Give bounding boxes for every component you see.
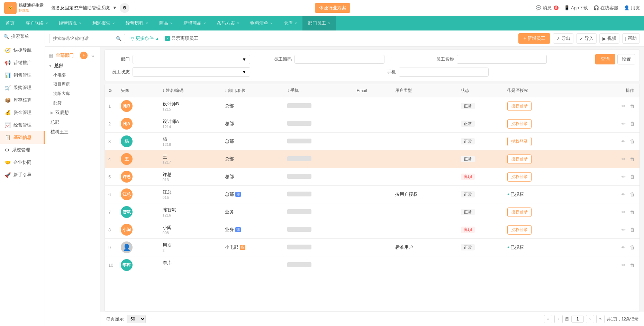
employee-auth[interactable]: 授权登录 [504,115,573,133]
delete-button[interactable]: 🗑 [628,209,636,215]
search-box[interactable]: 🔍 [49,34,125,43]
dept-item-shenyang[interactable]: 沈阳大库 [45,89,100,98]
delete-button[interactable]: 🗑 [628,120,636,127]
next-page-button[interactable]: › [586,315,594,323]
show-resigned-toggle[interactable]: ✓ 显示离职员工 [165,35,198,42]
tab-warehouse[interactable]: 仓库× [278,16,302,30]
search-input[interactable] [53,36,114,41]
import-button[interactable]: ↙ 导入 [576,33,597,44]
edit-button[interactable]: ✏ [620,191,627,198]
dept-filter-select[interactable]: ▼ [133,55,250,64]
auth-login-button[interactable]: 授权登录 [507,155,532,164]
edit-button[interactable]: ✏ [620,244,627,251]
dept-item-shuanglu[interactable]: ▶ 双鹿想 [45,108,100,117]
gear-icon[interactable]: ⚙ [120,3,129,13]
auth-login-button[interactable]: 授权登录 [507,172,532,182]
tab-bom[interactable]: 物料清单× [245,16,278,30]
close-icon[interactable]: × [46,21,48,25]
tab-customer[interactable]: 客户联络× [20,16,53,30]
close-icon[interactable]: × [170,21,172,25]
close-icon[interactable]: × [203,21,206,25]
close-icon[interactable]: × [295,21,297,25]
employee-auth[interactable]: 授权登录 [504,150,573,168]
emp-name-input[interactable] [457,55,547,64]
sidebar-item-shortcut[interactable]: 🧭 快捷导航 [0,44,45,56]
tab-journey[interactable]: 经营历程× [120,16,153,30]
sidebar-item-basic-info[interactable]: 📋 基础信息 [0,131,45,144]
page-size-select[interactable]: 50 20 100 [127,315,146,323]
edit-button[interactable]: ✏ [620,156,627,162]
export-button[interactable]: ↗ 导出 [553,33,573,44]
filter-reset-button[interactable]: 设置 [617,54,635,64]
help-button[interactable]: | 帮助 [622,33,640,44]
tab-barcode[interactable]: 条码方案× [211,16,245,30]
delete-button[interactable]: 🗑 [628,103,636,109]
tab-profit[interactable]: 利润报告× [87,16,120,30]
employee-auth[interactable]: 授权登录 [504,221,573,239]
close-icon[interactable]: × [146,21,148,25]
prev-page-button[interactable]: ‹ [554,315,563,323]
checkbox-icon[interactable]: ✓ [165,36,170,41]
col-name-code[interactable]: ↕ 姓名/编码 [159,84,221,97]
delete-button[interactable]: 🗑 [628,156,636,162]
collapse-tree-button[interactable]: « [89,52,97,59]
close-icon[interactable]: × [112,21,115,25]
auth-login-button[interactable]: 授权登录 [507,225,532,235]
close-icon[interactable]: × [328,21,330,25]
sidebar-item-purchase[interactable]: 🛒 采购管理 [0,81,45,94]
delete-button[interactable]: 🗑 [628,244,636,251]
edit-button[interactable]: ✏ [620,120,627,127]
sidebar-item-marketing[interactable]: 📢 营销推广 [0,56,45,69]
sidebar-item-management[interactable]: 📈 经营管理 [0,119,45,131]
sidebar-item-inventory[interactable]: 📦 库存核算 [0,94,45,106]
edit-button[interactable]: ✏ [620,138,627,145]
tab-add-goods[interactable]: 新增商品× [178,16,211,30]
sidebar-item-guide[interactable]: 🚀 新手引导 [0,169,45,181]
settings-dropdown[interactable]: ▼ [112,5,117,10]
auth-login-button[interactable]: 授权登录 [507,102,532,111]
tab-dept-employee[interactable]: 部门员工× [302,16,336,30]
edit-button[interactable]: ✏ [620,262,627,268]
sidebar-item-sales[interactable]: 📊 销售管理 [0,69,45,81]
dept-item-zhishu[interactable]: 植树王三 [45,127,100,137]
sidebar-item-finance[interactable]: 💰 资金管理 [0,106,45,119]
dept-item-distribution[interactable]: 配货 [45,98,100,108]
view-button[interactable]: ▶ 视频 [599,33,619,44]
more-filter-button[interactable]: ▽ 更多条件 ▲ [128,34,162,43]
edit-button[interactable]: ✏ [620,209,627,215]
edit-button[interactable]: ✏ [620,173,627,180]
delete-button[interactable]: 🗑 [628,262,636,268]
tab-goods[interactable]: 商品× [154,16,178,30]
add-dept-button[interactable]: + [80,52,88,59]
last-page-button[interactable]: » [596,315,605,323]
tab-home[interactable]: 首页 [0,16,20,30]
trial-button[interactable]: 体验行业方案 [315,3,350,13]
delete-button[interactable]: 🗑 [628,173,636,180]
col-phone[interactable]: ↕ 手机 [284,84,353,97]
sidebar-item-collab[interactable]: 🤝 企业协同 [0,156,45,169]
delete-button[interactable]: 🗑 [628,191,636,198]
search-confirm-button[interactable]: 查询 [595,54,615,64]
online-service-button[interactable]: 🎧 在线客服 [593,5,618,11]
sidebar-search[interactable]: 🔍 搜索菜单 [0,30,45,42]
all-dept-label[interactable]: 全部部门 [56,52,74,59]
auth-login-button[interactable]: 授权登录 [507,119,532,129]
employee-auth[interactable]: 授权登录 [504,203,573,221]
tab-operation[interactable]: 经营情况× [53,16,87,30]
app-download-button[interactable]: 📱 App下载 [564,5,588,11]
page-number-input[interactable] [571,316,584,323]
col-dept-position[interactable]: ↕ 部门/职位 [221,84,284,97]
emp-code-input[interactable] [294,55,384,64]
close-icon[interactable]: × [270,21,272,25]
delete-button[interactable]: 🗑 [628,226,636,233]
dept-item-small-elec[interactable]: 小电部 [45,70,100,80]
status-filter-select[interactable]: ▼ [133,67,250,77]
phone-input[interactable] [399,68,489,77]
close-icon[interactable]: × [237,21,239,25]
message-button[interactable]: 💬 消息 6 [536,5,559,11]
add-employee-button[interactable]: + 新增员工 [518,33,550,44]
sidebar-item-system[interactable]: ⚙ 系统管理 [0,144,45,156]
edit-button[interactable]: ✏ [620,103,627,109]
close-icon[interactable]: × [79,21,81,25]
dept-item-project[interactable]: 项目库房 [45,80,100,89]
